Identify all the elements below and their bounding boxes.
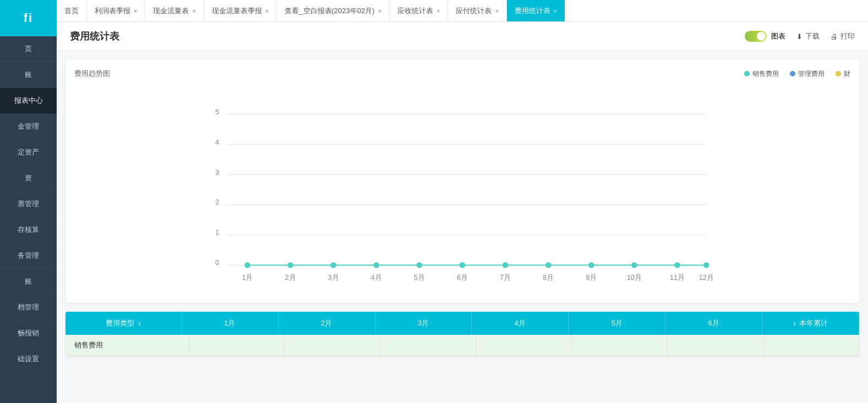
svg-text:12月: 12月 [699,274,714,281]
th-ytd-label: 本年累计 [799,318,828,328]
data-point [588,262,594,268]
download-label: 下载 [805,31,820,41]
sidebar-item-account[interactable]: 账 [0,62,57,88]
table-header-row: 费用类型 ‹ 1月 2月 3月 4月 5月 6月 › 本年累计 [65,312,859,335]
th-ytd: › 本年累计 [762,312,859,335]
th-m3: 3月 [375,312,472,335]
sidebar-item-cancel[interactable]: 畅报销 [0,321,57,346]
sidebar-item-asset[interactable]: 定资产 [0,140,57,165]
tab-home[interactable]: 首页 [57,0,87,21]
close-icon[interactable]: × [378,8,381,14]
svg-text:6月: 6月 [457,274,468,281]
sidebar-item-invest[interactable]: 资 [0,165,57,191]
td-m2 [285,335,380,356]
tab-receivable[interactable]: 应收统计表 × [390,0,448,21]
chart-legend: 销售费用 管理费用 财 [744,69,850,79]
svg-text:0: 0 [215,259,219,267]
prev-month-button[interactable]: ‹ [139,319,141,328]
tab-payable[interactable]: 应付统计表 × [448,0,506,21]
svg-text:2月: 2月 [285,274,296,281]
tab-profit[interactable]: 利润表季报 × [87,0,145,21]
close-icon[interactable]: × [265,8,269,14]
td-m1 [189,335,285,356]
svg-text:3月: 3月 [328,274,339,281]
th-m6: 6月 [665,312,762,335]
print-icon: 🖨 [831,32,838,41]
sidebar-item-service[interactable]: 务管理 [0,243,57,269]
download-icon: ⬇ [796,32,803,41]
svg-text:4月: 4月 [371,274,382,281]
legend-sales-label: 销售费用 [752,69,779,79]
svg-text:11月: 11月 [670,274,685,281]
sidebar-item-archive[interactable]: 档管理 [0,295,57,321]
download-button[interactable]: ⬇ 下载 [796,31,820,41]
line-chart-svg: 0 1 2 3 4 5 1月 2月 3月 [74,85,850,294]
sidebar-item-ledger[interactable]: 账 [0,269,57,295]
data-point [631,262,637,268]
sidebar-logo: fi [0,0,57,36]
tab-cashflow[interactable]: 现金流量表 × [145,0,204,21]
sidebar-item-settings[interactable]: 础设置 [0,346,57,372]
th-m2: 2月 [279,312,375,335]
data-point [287,262,293,268]
close-icon[interactable]: × [192,8,195,14]
tab-cashflow-quarter[interactable]: 现金流量表季报 × [204,0,277,21]
svg-text:5月: 5月 [414,274,425,281]
data-point [674,262,680,268]
data-point [330,262,336,268]
data-point [244,262,250,268]
td-m5 [572,335,668,356]
td-m6 [668,335,763,356]
data-point [460,262,466,268]
th-m1: 1月 [182,312,279,335]
close-icon[interactable]: × [554,8,557,14]
svg-text:9月: 9月 [586,274,597,281]
th-m5: 5月 [569,312,665,335]
sidebar-item-inventory[interactable]: 存核算 [0,217,57,243]
data-point [374,262,380,268]
toggle-label: 图表 [771,31,785,41]
legend-dot-finance [836,71,841,76]
svg-text:1: 1 [215,229,219,236]
print-button[interactable]: 🖨 打印 [831,31,855,41]
td-ytd [763,335,859,356]
sidebar-item-home[interactable]: 页 [0,36,57,62]
legend-management-label: 管理费用 [798,69,825,79]
data-point [703,262,709,268]
legend-finance: 财 [836,69,850,79]
main-content: 首页 利润表季报 × 现金流量表 × 现金流量表季报 × 查看_空白报表(202… [57,0,868,403]
th-type-label: 费用类型 [106,318,134,328]
header-actions: 图表 ⬇ 下载 🖨 打印 [745,31,855,42]
th-m6-label: 6月 [708,319,719,327]
tab-cashflow-label: 现金流量表 [153,6,189,16]
svg-text:3: 3 [215,169,219,176]
td-type: 销售费用 [65,335,189,356]
legend-dot-management [790,71,795,76]
next-month-button[interactable]: › [793,319,796,328]
chart-toggle[interactable] [745,31,767,42]
close-icon[interactable]: × [436,8,440,14]
sidebar-item-fund[interactable]: 金管理 [0,114,57,140]
svg-text:5: 5 [215,108,219,116]
legend-sales: 销售费用 [744,69,779,79]
tab-profit-label: 利润表季报 [95,6,130,16]
tab-expense[interactable]: 费用统计表 × [507,0,565,21]
tab-blank-report-label: 查看_空白报表(2023年02月) [285,6,374,16]
tab-receivable-label: 应收统计表 [397,6,433,16]
th-m4: 4月 [472,312,569,335]
th-type: 费用类型 ‹ [65,312,182,335]
svg-text:4: 4 [215,139,219,146]
svg-text:1月: 1月 [242,274,253,281]
page-content: 费用统计表 图表 ⬇ 下载 🖨 打印 费用趋势图 [57,22,868,403]
data-point [417,262,423,268]
table-section: 费用类型 ‹ 1月 2月 3月 4月 5月 6月 › 本年累计 销售费用 [65,312,859,356]
close-icon[interactable]: × [495,8,498,14]
tab-blank-report[interactable]: 查看_空白报表(2023年02月) × [277,0,390,21]
sidebar-item-report[interactable]: 报表中心 [0,88,57,114]
close-icon[interactable]: × [134,8,137,14]
sidebar-item-invoice[interactable]: 票管理 [0,191,57,217]
page-title: 费用统计表 [70,30,119,43]
print-label: 打印 [840,31,855,41]
legend-management: 管理费用 [790,69,825,79]
svg-text:8月: 8月 [543,274,554,281]
